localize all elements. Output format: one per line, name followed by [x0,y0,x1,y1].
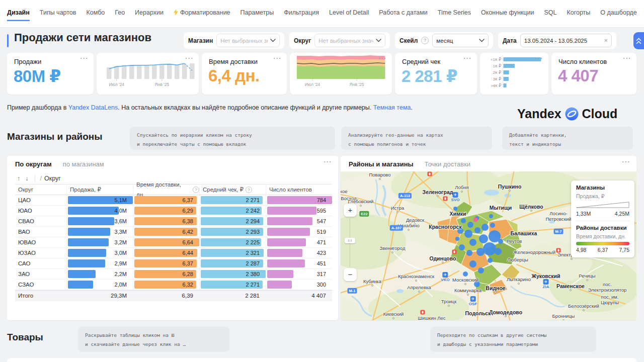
cell-district: ЮВАО [15,237,67,247]
store-bubble[interactable] [490,223,495,228]
note-text: Пример дашборда в [7,104,68,111]
filter-dropdown[interactable]: Нет выбранных значений [314,34,385,47]
store-bubble[interactable] [495,248,502,255]
zoom-in-button[interactable]: + [344,204,357,217]
store-bubble[interactable] [461,218,466,223]
value-bar [68,217,114,225]
card-menu-button[interactable]: ··· [80,55,89,62]
nav-tab[interactable]: Параметры [240,9,274,21]
table-row[interactable]: ЦАО5,1М6,372 271784 [15,195,332,206]
date-range-input[interactable]: 13.05.2024 - 13.05.2025× [520,34,612,47]
lightning-icon [174,9,178,17]
cell-district: ЦАО [15,195,67,205]
table-row[interactable]: САО2,9М6,372 287451 [15,258,332,269]
filter-dropdown[interactable]: Нет выбранных значений [216,34,280,47]
panel-menu-button[interactable]: ··· [324,158,333,165]
card-menu-button[interactable]: ··· [379,55,387,62]
nav-tab[interactable]: SQL [544,9,556,21]
table-row[interactable]: ЗАО2,2М6,282 380317 [15,269,332,280]
store-bubble[interactable] [483,242,496,255]
column-header[interactable]: Средний чек, ₽? [200,185,266,195]
store-bubble[interactable] [467,222,473,228]
store-bubble[interactable] [464,230,472,238]
nav-tab[interactable]: Оконные функции [481,9,534,21]
svg-text:1К ₽: 1К ₽ [493,64,501,68]
store-bubble[interactable] [469,260,476,267]
panel-tab[interactable]: Районы и магазины [349,160,414,168]
clear-icon[interactable]: × [604,37,608,44]
column-header[interactable]: Округ [15,185,67,195]
nav-tab[interactable]: Типы чартов [40,9,76,21]
card-menu-button[interactable]: ··· [274,55,282,62]
table-row[interactable]: ЮАО4,0М6,292 242595 [15,206,332,216]
store-bubble[interactable] [478,267,484,274]
legend-areas-metric: Время доставки, дн. [576,233,629,239]
store-bubble[interactable] [459,244,465,250]
store-bubble[interactable] [474,227,480,233]
sort-desc-icon[interactable]: ↓ [25,175,28,182]
store-bubble[interactable] [457,228,463,234]
filter-dropdown[interactable]: месяц [432,34,489,47]
dark-theme-link[interactable]: Темная тема [373,104,411,111]
card-menu-button[interactable]: ··· [186,55,194,62]
kpi-value-sales: 80М ₽ [14,66,61,86]
store-bubble-pink[interactable] [473,218,478,222]
nav-tab[interactable]: Иерархии [135,9,164,21]
store-bubble[interactable] [474,281,480,287]
zoom-slider-handle[interactable] [345,238,355,243]
nav-tab[interactable]: Time Series [438,9,471,21]
nav-tab-label: Работа с датами [379,9,428,16]
store-bubble[interactable] [498,239,503,244]
collapse-filters-button[interactable] [633,32,644,49]
datalens-link[interactable]: Yandex DataLens [68,104,118,111]
value-bar [267,238,306,246]
kpi-title: Продажи [14,58,41,65]
store-bubble[interactable] [476,248,485,256]
map-canvas[interactable]: ПоваровоЗеленоградЛобняПушкиноПетровское… [341,171,636,320]
table-row[interactable]: ЮЗАО3,0М6,442 321423 [15,248,332,258]
sort-asc-icon[interactable]: ↑ [17,175,20,182]
bar-value: 784 [317,195,326,205]
table-row[interactable]: СВАО3,6М6,382 294547 [15,216,332,227]
nav-tab[interactable]: Гео [115,9,125,21]
store-bubble[interactable] [455,237,459,241]
store-bubble[interactable] [481,224,489,231]
card-menu-button[interactable]: ··· [464,55,472,62]
store-bubble[interactable] [488,258,493,263]
store-bubble[interactable] [453,207,457,211]
nav-tab[interactable]: Форматирование [174,9,230,21]
filter-select: ОкругНет выбранных значений [289,32,390,49]
store-bubble[interactable] [463,272,468,277]
column-header[interactable]: Число клиентов [266,185,332,195]
kpi-value-delivery: 6,4 дн. [208,66,260,85]
table-row[interactable]: ВАО3,3М6,422 293519 [15,227,332,237]
nav-tab[interactable]: Фильтрация [284,9,319,21]
store-bubble[interactable] [466,250,472,256]
card-menu-button[interactable]: ··· [623,55,632,62]
nav-tab[interactable]: Дизайн [7,9,30,21]
store-bubble[interactable] [469,239,476,246]
panel-tab[interactable]: по магазинам [63,160,104,168]
store-bubble[interactable] [479,234,488,243]
breadcrumb[interactable]: Округ [44,175,61,182]
table-row[interactable]: СЗАО2,0М6,322 271300 [15,280,332,290]
nav-tab[interactable]: О дашборде [600,9,637,21]
nav-tab[interactable]: Когорты [567,9,590,21]
nav-tab[interactable]: Комбо [86,9,105,21]
panel-menu-button[interactable]: ··· [622,158,631,165]
panel-tab[interactable]: По округам [15,160,52,168]
cell-delivery: 6,29 [133,206,200,216]
store-bubble[interactable] [489,214,493,218]
column-header[interactable]: Продажа, ₽ [67,185,133,195]
table-row[interactable]: ЮВАО3,2М6,642 225471 [15,237,332,248]
nav-tab[interactable]: Level of Detail [329,9,369,21]
nav-tab[interactable]: Работа с датами [379,9,428,21]
panel-tab[interactable]: Точки доставки [425,160,470,168]
bar-value: 3,3М [115,227,127,237]
cell-delivery: 6,38 [133,216,200,226]
hint-box: Переходите по ссылкам в другие системы и… [430,327,596,352]
card-menu-button[interactable]: ··· [535,55,544,62]
zoom-out-button[interactable]: − [344,268,357,281]
filter-value: месяц [436,38,476,44]
column-header[interactable]: Время доставки, дн.? [133,185,200,195]
